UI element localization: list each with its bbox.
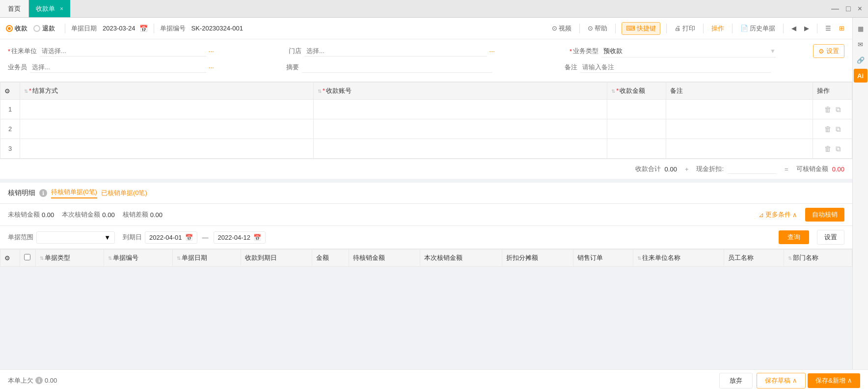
row3-remark[interactable] <box>666 139 813 159</box>
minimize-button[interactable]: — <box>829 3 841 14</box>
equals-sign: = <box>785 166 788 173</box>
writeoff-info-icon[interactable]: ℹ <box>39 189 47 197</box>
date-from-value: 2022-04-01 <box>149 234 182 241</box>
tab-receipt[interactable]: 收款单 × <box>29 0 70 17</box>
available-label: 可核销金额 <box>796 165 828 173</box>
row3-delete-icon[interactable]: 🗑 <box>824 144 832 153</box>
table-row: 1 🗑 ⧉ <box>0 100 852 119</box>
row-num-1: 1 <box>0 100 20 119</box>
print-button[interactable]: 🖨 打印 <box>673 23 697 34</box>
table-row: 2 🗑 ⧉ <box>0 119 852 139</box>
table-settings-header[interactable]: ⚙ <box>0 83 20 100</box>
select-all-checkbox[interactable] <box>24 254 30 260</box>
row1-settlement[interactable] <box>20 100 314 119</box>
maximize-button[interactable]: □ <box>844 3 853 14</box>
partner-input[interactable] <box>40 46 206 56</box>
doc-type-header: ⇅单据类型 <box>36 250 104 267</box>
number-label: 单据编号 <box>160 24 186 33</box>
next-button[interactable]: ▶ <box>802 24 811 33</box>
row2-amount[interactable] <box>607 119 666 139</box>
row3-settlement[interactable] <box>20 139 314 159</box>
salesperson-more-icon[interactable]: ··· <box>208 63 214 71</box>
remark-header: 备注 <box>666 83 813 100</box>
available-value: 0.00 <box>832 166 844 173</box>
page-footer: 本单上欠 ℹ 0.00 放弃 保存草稿 ∧ 保存&新增 ∧ <box>0 369 868 391</box>
remark-input[interactable] <box>580 62 771 73</box>
settings-button[interactable]: ⚙ 设置 <box>813 44 844 58</box>
writeoff-stats: 未核销金额 0.00 本次核销金额 0.00 核销差额 0.00 ⊿ 更多条件 … <box>0 204 852 226</box>
tab-close-icon[interactable]: × <box>60 5 63 12</box>
save-new-button[interactable]: 保存&新增 ∧ <box>808 373 860 388</box>
salesperson-field: 业务员 ··· <box>8 62 214 73</box>
help-button[interactable]: ⊙ 帮助 <box>586 23 609 34</box>
row3-account[interactable] <box>314 139 607 159</box>
row2-remark[interactable] <box>666 119 813 139</box>
total-label: 收款合计 <box>635 165 661 173</box>
sidebar-table-icon[interactable]: ▦ <box>854 22 868 35</box>
row1-remark[interactable] <box>666 100 813 119</box>
row2-delete-icon[interactable]: 🗑 <box>824 125 832 133</box>
row1-account[interactable] <box>314 100 607 119</box>
tab-home[interactable]: 首页 <box>0 0 29 17</box>
row2-copy-icon[interactable]: ⧉ <box>836 125 841 134</box>
bottom-settings-header[interactable]: ⚙ <box>0 250 20 267</box>
settlement-header: ⇅*结算方式 <box>20 83 314 100</box>
filter-icon: ⊿ <box>759 211 764 219</box>
store-more-icon[interactable]: ··· <box>489 47 495 55</box>
discount-input[interactable] <box>728 164 777 174</box>
business-type-select[interactable]: 预收款 ▼ <box>601 45 776 57</box>
auto-writeoff-button[interactable]: 自动核销 <box>805 208 844 222</box>
refund-radio[interactable]: 退款 <box>33 24 55 33</box>
partner-more-icon[interactable]: ··· <box>208 47 214 55</box>
sidebar-ai-icon[interactable]: Ai <box>854 69 868 83</box>
range-select[interactable]: ▼ <box>36 231 115 244</box>
date-calendar-icon[interactable]: 📅 <box>139 25 148 32</box>
date-to-input[interactable]: 2022-04-12 📅 <box>214 231 266 244</box>
due-date-filter: 到期日 2022-04-01 📅 — 2022-04-12 📅 <box>123 231 266 244</box>
salesperson-input[interactable] <box>30 62 206 73</box>
pending-tab[interactable]: 待核销单据(0笔) <box>51 188 97 198</box>
sidebar-mail-icon[interactable]: ✉ <box>854 37 868 51</box>
list-view-button[interactable]: ☰ <box>823 24 833 33</box>
grid-view-button[interactable]: ⊞ <box>837 24 846 33</box>
range-chevron-icon: ▼ <box>104 234 110 241</box>
sidebar-link-icon[interactable]: 🔗 <box>854 53 868 67</box>
prev-button[interactable]: ◀ <box>789 24 798 33</box>
video-button[interactable]: ⊙ 视频 <box>550 23 573 34</box>
row2-account[interactable] <box>314 119 607 139</box>
shortcut-button[interactable]: ⌨ 快捷键 <box>622 22 660 35</box>
calendar-to-icon[interactable]: 📅 <box>253 234 261 241</box>
operation-button[interactable]: 操作 <box>709 23 726 34</box>
receipt-radio[interactable]: 收款 <box>6 24 27 33</box>
row3-amount[interactable] <box>607 139 666 159</box>
more-conditions-button[interactable]: ⊿ 更多条件 ∧ <box>759 210 797 219</box>
window-controls: — □ × <box>829 3 868 14</box>
footer-info-icon[interactable]: ℹ <box>35 377 43 384</box>
abandon-button[interactable]: 放弃 <box>719 373 753 389</box>
store-input[interactable] <box>304 46 487 56</box>
partner-field: * 往来单位 ··· <box>8 46 214 56</box>
salesperson-label: 业务员 <box>8 63 27 72</box>
summary-field: 摘要 <box>286 62 492 73</box>
calendar-from-icon[interactable]: 📅 <box>185 234 193 241</box>
unchecked-label: 未核销金额 <box>8 210 40 219</box>
row1-amount[interactable] <box>607 100 666 119</box>
row1-copy-icon[interactable]: ⧉ <box>836 105 841 114</box>
query-button[interactable]: 查询 <box>779 230 809 244</box>
row1-delete-icon[interactable]: 🗑 <box>824 105 832 113</box>
amount-col-header: 金额 <box>312 250 349 267</box>
summary-input[interactable] <box>302 62 492 73</box>
date-from-input[interactable]: 2022-04-01 📅 <box>145 231 197 244</box>
bottom-checkbox-header[interactable] <box>20 250 36 267</box>
window-close-button[interactable]: × <box>856 3 864 14</box>
filter-row: 单据范围 ▼ 到期日 2022-04-01 📅 — 2022-04-12 <box>0 226 852 249</box>
refund-radio-circle <box>33 25 40 32</box>
save-draft-button[interactable]: 保存草稿 ∧ <box>757 373 806 389</box>
row2-settlement[interactable] <box>20 119 314 139</box>
history-button[interactable]: 📄 历史单据 <box>738 23 777 34</box>
row1-actions: 🗑 ⧉ <box>813 100 852 119</box>
writeoff-diff-value: 0.00 <box>150 211 163 219</box>
done-tab[interactable]: 已核销单据(0笔) <box>101 189 147 197</box>
filter-settings-button[interactable]: 设置 <box>817 230 844 245</box>
row3-copy-icon[interactable]: ⧉ <box>836 144 841 153</box>
